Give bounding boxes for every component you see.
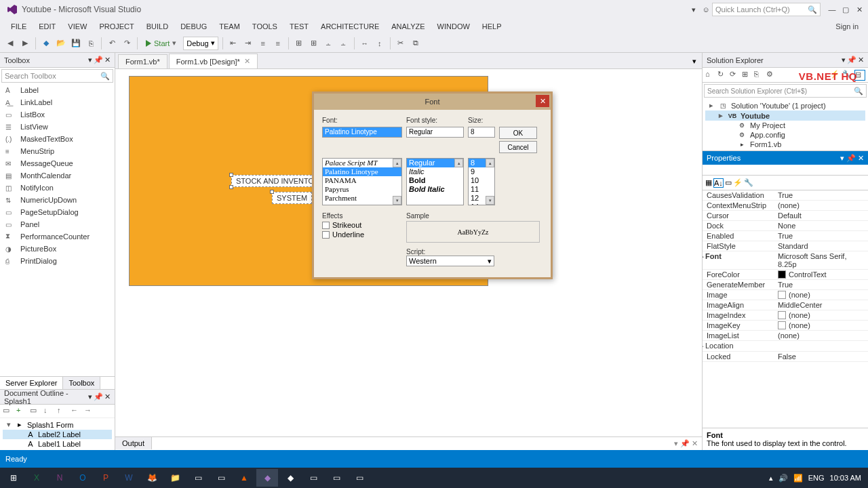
dropdown-icon[interactable]: ▾ [88, 392, 92, 401]
toolbar-btn-9[interactable]: ↔ [359, 37, 371, 49]
scroll-down-icon[interactable]: ▾ [393, 196, 401, 205]
redo-button[interactable]: ↷ [121, 37, 133, 49]
do-btn-5[interactable]: ↑ [57, 406, 68, 417]
menu-architecture[interactable]: ARCHITECTURE [315, 21, 384, 32]
dropdown-icon[interactable]: ▾ [840, 154, 844, 162]
toolbox-item[interactable]: A͟LinkLabel [0, 96, 115, 108]
tab-toolbox[interactable]: Toolbox [63, 377, 100, 389]
list-item[interactable]: 11 [469, 185, 494, 194]
toolbox-item[interactable]: ALabel [0, 84, 115, 96]
start-menu-button[interactable]: ⊞ [3, 469, 24, 487]
property-row[interactable]: ▸Location [703, 341, 868, 352]
taskbar-vlc[interactable]: ▲ [233, 469, 255, 487]
font-name-list[interactable]: ▴ ▾ Palace Script MTPalatino LinotypePAN… [322, 158, 402, 205]
output-tab[interactable]: Output [115, 437, 152, 449]
toolbox-item[interactable]: ☰ListView [0, 121, 115, 133]
toolbar-btn-5[interactable]: ⊞ [293, 37, 305, 49]
close-panel-icon[interactable]: ✕ [858, 154, 864, 162]
property-row[interactable]: DockNone [703, 221, 868, 231]
font-style-list[interactable]: ▴ RegularItalicBoldBold Italic [406, 158, 464, 205]
props-alpha-icon[interactable]: A↓ [713, 178, 724, 188]
sol-home-icon[interactable]: ⌂ [705, 70, 716, 81]
taskbar-excel[interactable]: X [26, 469, 47, 487]
menu-build[interactable]: BUILD [141, 21, 174, 32]
toolbar-btn-2[interactable]: ⇥ [242, 37, 254, 49]
scroll-up-icon[interactable]: ▴ [486, 159, 494, 167]
toolbox-item[interactable]: ⎙PrintDialog [0, 255, 115, 267]
pin-icon[interactable]: 📌 [94, 392, 103, 401]
taskbar-outlook[interactable]: O [72, 469, 94, 487]
tray-up-icon[interactable]: ▴ [769, 474, 773, 483]
toolbar-btn-1[interactable]: ⇤ [227, 37, 239, 49]
menu-analyze[interactable]: ANALYZE [386, 21, 430, 32]
toolbox-item[interactable]: ▭PageSetupDialog [0, 206, 115, 218]
property-row[interactable]: FlatStyleStandard [703, 241, 868, 251]
list-item[interactable]: Papyrus [323, 185, 401, 194]
doc-tab-code[interactable]: Form1.vb* [118, 54, 167, 68]
underline-checkbox[interactable]: Underline [322, 230, 402, 239]
doc-tab-design[interactable]: Form1.vb [Design]*✕ [169, 54, 258, 68]
property-row[interactable]: CausesValidationTrue [703, 190, 868, 201]
props-categorized-icon[interactable]: ▦ [705, 178, 712, 187]
property-row[interactable]: ImageAlignMiddleCenter [703, 300, 868, 310]
property-row[interactable]: GenerateMemberTrue [703, 280, 868, 290]
cancel-button[interactable]: Cancel [499, 141, 537, 153]
scroll-up-icon[interactable]: ▴ [393, 159, 401, 167]
menu-window[interactable]: WINDOW [432, 21, 475, 32]
sol-btn-2[interactable]: ↻ [717, 70, 728, 81]
close-button[interactable]: ✕ [853, 3, 865, 16]
taskbar-firefox[interactable]: 🦊 [141, 469, 163, 487]
label-system[interactable]: SYSTEM [272, 192, 312, 204]
toolbox-item[interactable]: ✉MessageQueue [0, 157, 115, 169]
new-project-button[interactable]: ◆ [40, 37, 52, 49]
script-combo[interactable]: Western▾ [406, 256, 494, 266]
forward-button[interactable]: ▶ [19, 37, 31, 49]
outline-node[interactable]: ▾▸Splash1 Form [3, 420, 112, 430]
menu-test[interactable]: TEST [284, 21, 314, 32]
pin-icon[interactable]: 📌 [846, 154, 856, 162]
open-file-button[interactable]: 📂 [55, 37, 67, 49]
property-row[interactable]: ContextMenuStrip(none) [703, 201, 868, 211]
property-row[interactable]: CursorDefault [703, 211, 868, 221]
feedback-icon[interactable]: ☺ [700, 3, 712, 16]
tray-wifi-icon[interactable]: 📶 [793, 474, 803, 483]
pin-icon[interactable]: 📌 [94, 56, 103, 64]
property-row[interactable]: LockedFalse [703, 352, 868, 362]
properties-grid[interactable]: CausesValidationTrueContextMenuStrip(non… [703, 190, 868, 428]
do-btn-1[interactable]: ▭ [3, 406, 14, 417]
menu-debug[interactable]: DEBUG [175, 21, 212, 32]
save-button[interactable]: 💾 [70, 37, 82, 49]
taskbar-visualstudio[interactable]: ◆ [256, 469, 278, 487]
quick-launch-input[interactable]: Quick Launch (Ctrl+Q) 🔍 [712, 3, 821, 16]
pin-icon[interactable]: 📌 [847, 56, 856, 64]
list-item[interactable]: 9 [469, 167, 494, 176]
do-btn-3[interactable]: ▭ [30, 406, 41, 417]
menu-tools[interactable]: TOOLS [247, 21, 283, 32]
outline-node[interactable]: ALabel1 Label [3, 439, 112, 449]
do-btn-6[interactable]: ← [71, 406, 81, 417]
save-all-button[interactable]: ⎘ [85, 37, 97, 49]
toolbox-item[interactable]: ◫NotifyIcon [0, 182, 115, 194]
props-pages-icon[interactable]: ▭ [725, 178, 732, 187]
taskbar-app-6[interactable]: ▭ [326, 469, 347, 487]
close-panel-icon[interactable]: ✕ [104, 56, 111, 64]
toolbar-btn-8[interactable]: ⫠ [338, 37, 350, 49]
toolbox-search-input[interactable]: Search Toolbox 🔍 [1, 69, 113, 83]
do-btn-4[interactable]: ↓ [43, 406, 54, 417]
list-item[interactable]: PANAMA [323, 176, 401, 185]
taskbar-explorer[interactable]: 📁 [164, 469, 186, 487]
taskbar-app-4[interactable]: ◆ [279, 469, 301, 487]
toolbar-btn-11[interactable]: ✂ [395, 37, 407, 49]
font-size-input[interactable]: 8 [468, 127, 495, 138]
close-panel-icon[interactable]: ✕ [104, 392, 111, 401]
list-item[interactable]: Bold Italic [407, 185, 463, 194]
props-events-icon[interactable]: ⚡ [733, 178, 743, 187]
props-object-combo[interactable] [703, 165, 868, 176]
start-debug-button[interactable]: Start▾ [142, 38, 180, 48]
do-btn-7[interactable]: → [84, 406, 95, 417]
taskbar-app-5[interactable]: ▭ [302, 469, 324, 487]
font-dialog-titlebar[interactable]: Font ✕ [314, 94, 551, 110]
menu-edit[interactable]: EDIT [33, 21, 61, 32]
property-row[interactable]: ImageList(none) [703, 331, 868, 341]
output-close[interactable]: ✕ [692, 439, 698, 447]
